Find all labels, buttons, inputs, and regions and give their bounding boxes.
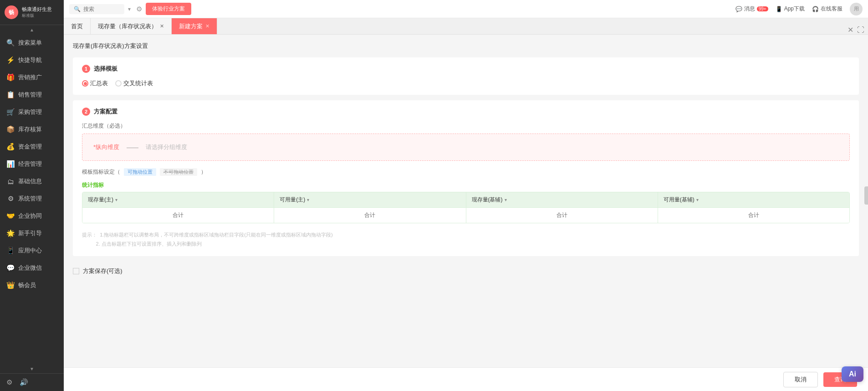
finance-icon: 💰 bbox=[6, 143, 15, 151]
topbar-search-box[interactable]: 🔍 bbox=[69, 4, 124, 14]
sidebar-item-search-menu[interactable]: 🔍 搜索菜单 bbox=[0, 34, 64, 51]
indicator-draggable-tag: 可拖动位置 bbox=[124, 168, 156, 176]
stats-col-0-arrow[interactable]: ▾ bbox=[115, 197, 117, 202]
stats-col-1-arrow[interactable]: ▾ bbox=[307, 197, 309, 202]
cooperation-icon: 🤝 bbox=[6, 212, 15, 220]
stats-col-1-label: 可用量(主) bbox=[280, 196, 305, 204]
tab-new-scheme-label: 新建方案 bbox=[179, 22, 203, 31]
tab-home[interactable]: 首页 bbox=[64, 18, 91, 34]
dimension-sub-label: 汇总维度（必选） bbox=[82, 122, 850, 130]
stats-col-3-arrow[interactable]: ▾ bbox=[696, 197, 699, 202]
sidebar-item-new-guide[interactable]: 🌟 新手引导 bbox=[0, 225, 64, 242]
sales-icon: 📋 bbox=[6, 91, 15, 99]
sidebar-item-purchase[interactable]: 🛒 采购管理 bbox=[0, 103, 64, 121]
radio-cross-label: 交叉统计表 bbox=[123, 79, 153, 87]
user-avatar[interactable]: 用 bbox=[850, 3, 863, 15]
expand-panel-icon[interactable]: ⛶ bbox=[857, 26, 864, 34]
indicator-fixed-tag: 不可拖动位置 bbox=[160, 168, 197, 176]
sidebar-item-marketing[interactable]: 🎁 营销推广 bbox=[0, 69, 64, 86]
tabs-right-actions: ✕ ⛶ bbox=[844, 26, 868, 34]
sidebar-nav: 🔍 搜索菜单 ⚡ 快捷导航 🎁 营销推广 📋 销售管理 🛒 采购管理 📦 库存核… bbox=[0, 34, 64, 364]
template-radio-group: 汇总表 交叉统计表 bbox=[82, 79, 850, 87]
sidebar-item-label: 资金管理 bbox=[18, 143, 42, 151]
sidebar: 畅 畅康通好生意 标准版 ▲ 🔍 搜索菜单 ⚡ 快捷导航 🎁 营销推广 📋 销售… bbox=[0, 0, 64, 391]
vertical-dimension-label: *纵向维度 bbox=[93, 143, 119, 151]
message-label: 消息 bbox=[744, 5, 755, 13]
tab-inventory-label: 现存量（库存状况表） bbox=[98, 22, 157, 31]
cancel-button[interactable]: 取消 bbox=[783, 372, 818, 387]
close-panel-icon[interactable]: ✕ bbox=[848, 26, 853, 34]
search-input[interactable] bbox=[83, 6, 120, 12]
radio-summary[interactable]: 汇总表 bbox=[82, 79, 108, 87]
logo-badge: 标准版 bbox=[22, 13, 52, 19]
stats-cell-2: 合计 bbox=[466, 208, 658, 223]
sidebar-bottom: ⚙ 🔊 bbox=[0, 373, 64, 391]
app-download-btn[interactable]: 📱 App下载 bbox=[776, 5, 805, 13]
sidebar-item-label: 快捷导航 bbox=[18, 56, 42, 64]
message-icon: 💬 bbox=[735, 6, 742, 12]
sidebar-item-label: 畅会员 bbox=[18, 281, 36, 289]
stats-col-0-label: 现存量(主) bbox=[88, 196, 113, 204]
stats-col-2-arrow[interactable]: ▾ bbox=[505, 197, 507, 202]
page-title: 现存量(库存状况表)方案设置 bbox=[73, 42, 859, 50]
topbar-search-icon: 🔍 bbox=[74, 6, 81, 12]
save-checkbox[interactable] bbox=[73, 268, 79, 274]
tab-new-scheme[interactable]: 新建方案 ✕ bbox=[172, 18, 217, 34]
radio-cross-circle bbox=[115, 80, 122, 87]
sidebar-item-basic-info[interactable]: 🗂 基础信息 bbox=[0, 173, 64, 190]
sidebar-item-app-center[interactable]: 📱 应用中心 bbox=[0, 242, 64, 259]
stats-table-body: 合计 合计 合计 合计 bbox=[82, 207, 849, 223]
dimension-placeholder: 请选择分组维度 bbox=[146, 143, 187, 151]
tab-home-label: 首页 bbox=[71, 22, 83, 31]
sidebar-item-label: 应用中心 bbox=[18, 247, 42, 255]
dimension-row: *纵向维度 —— 请选择分组维度 bbox=[93, 143, 838, 151]
radio-summary-label: 汇总表 bbox=[90, 79, 108, 87]
app-download-label: App下载 bbox=[784, 5, 805, 13]
right-edge-handle[interactable] bbox=[864, 186, 868, 205]
sidebar-item-label: 基础信息 bbox=[18, 177, 42, 185]
stats-section: 统计指标 现存量(主) ▾ 可用量(主) ▾ 现存量(基辅) bbox=[82, 181, 850, 223]
indicator-settings: 模板指标设定（ 可拖动位置 不可拖动位置 ） bbox=[82, 168, 850, 176]
online-service-btn[interactable]: 🎧 在线客服 bbox=[812, 5, 842, 13]
sidebar-item-quick-nav[interactable]: ⚡ 快捷导航 bbox=[0, 51, 64, 69]
tab-inventory-status[interactable]: 现存量（库存状况表） ✕ bbox=[91, 18, 172, 34]
sound-icon[interactable]: 🔊 bbox=[20, 378, 28, 386]
sidebar-item-sales[interactable]: 📋 销售管理 bbox=[0, 86, 64, 103]
search-menu-icon: 🔍 bbox=[6, 39, 15, 47]
sidebar-logo: 畅 畅康通好生意 标准版 bbox=[0, 0, 64, 25]
sidebar-item-inventory[interactable]: 📦 库存核算 bbox=[0, 121, 64, 138]
tab-new-scheme-close-icon[interactable]: ✕ bbox=[205, 23, 209, 29]
new-guide-icon: 🌟 bbox=[6, 229, 15, 237]
topbar-dropdown-icon[interactable]: ▾ bbox=[128, 6, 131, 12]
sidebar-item-finance[interactable]: 💰 资金管理 bbox=[0, 138, 64, 155]
logo-title: 畅康通好生意 bbox=[22, 6, 52, 12]
sidebar-scroll-down[interactable]: ▼ bbox=[0, 364, 64, 373]
tab-inventory-close-icon[interactable]: ✕ bbox=[160, 23, 164, 29]
management-icon: 📊 bbox=[6, 160, 15, 168]
sidebar-item-cooperation[interactable]: 🤝 企业协同 bbox=[0, 207, 64, 225]
settings-icon[interactable]: ⚙ bbox=[6, 378, 12, 386]
indicator-settings-label: 模板指标设定（ 可拖动位置 不可拖动位置 ） bbox=[82, 168, 850, 176]
topbar: 🔍 ▾ ⚙ 体验行业方案 💬 消息 99+ 📱 App下载 🎧 在线客服 用 bbox=[64, 0, 868, 18]
sidebar-item-management[interactable]: 📊 经营管理 bbox=[0, 155, 64, 173]
bottom-bar: 取消 查询 bbox=[64, 367, 868, 391]
sidebar-item-label: 新手引导 bbox=[18, 229, 42, 237]
member-icon: 👑 bbox=[6, 281, 15, 289]
ai-button[interactable]: Ai bbox=[842, 366, 863, 382]
radio-cross[interactable]: 交叉统计表 bbox=[115, 79, 153, 87]
stats-col-3: 可用量(基辅) ▾ bbox=[658, 192, 849, 207]
dimension-area[interactable]: *纵向维度 —— 请选择分组维度 bbox=[82, 134, 850, 161]
section1-header: 1 选择模板 bbox=[82, 65, 850, 73]
app-download-icon: 📱 bbox=[776, 6, 782, 12]
purchase-icon: 🛒 bbox=[6, 108, 15, 116]
sidebar-item-system[interactable]: ⚙ 系统管理 bbox=[0, 190, 64, 207]
stats-col-0: 现存量(主) ▾ bbox=[82, 192, 274, 207]
sidebar-scroll-up[interactable]: ▲ bbox=[0, 25, 64, 34]
section2-header: 2 方案配置 bbox=[82, 108, 850, 116]
sidebar-item-member[interactable]: 👑 畅会员 bbox=[0, 277, 64, 294]
section1-title: 选择模板 bbox=[94, 65, 117, 73]
trial-button[interactable]: 体验行业方案 bbox=[146, 3, 191, 15]
message-btn[interactable]: 💬 消息 99+ bbox=[735, 5, 768, 13]
sidebar-item-wechat[interactable]: 💬 企业微信 bbox=[0, 259, 64, 277]
topbar-gear-icon[interactable]: ⚙ bbox=[136, 5, 142, 13]
